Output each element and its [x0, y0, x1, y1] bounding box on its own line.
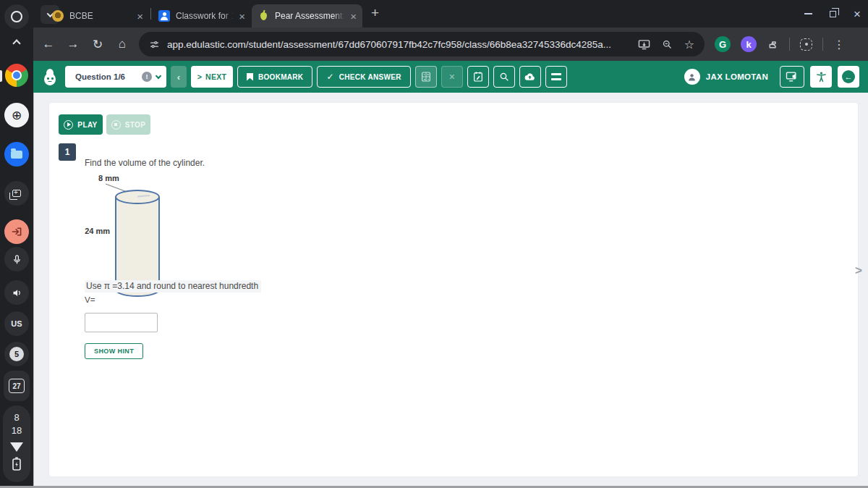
lines-icon — [551, 73, 561, 80]
previous-question-button[interactable]: ‹ — [171, 66, 187, 88]
notification-count-badge: 5 — [9, 347, 24, 361]
pear-assessment-logo — [42, 67, 58, 86]
minimize-button[interactable] — [804, 13, 812, 14]
tab-pear-assessment[interactable]: Pear Assessment: Formative a × — [252, 4, 362, 28]
tab-title: Pear Assessment: Formative a — [275, 11, 346, 21]
folder-icon — [11, 151, 22, 159]
launcher-icon — [11, 11, 22, 22]
next-label: NEXT — [205, 72, 226, 81]
close-tab-icon[interactable]: × — [350, 11, 357, 22]
kami-extension-icon[interactable]: k — [741, 36, 757, 52]
calculator-icon — [420, 71, 432, 83]
accessibility-button[interactable] — [810, 66, 832, 88]
url-text[interactable]: app.edulastic.com/student/assessment/67d… — [167, 39, 626, 50]
screen-capture-app-icon[interactable]: ⊕ — [4, 103, 29, 127]
dictation-button[interactable] — [4, 247, 29, 272]
copy-plus-icon — [12, 190, 21, 197]
instruction-text: Use π =3.14 and round to nearest hundred… — [85, 280, 261, 293]
close-window-button[interactable]: × — [854, 8, 861, 20]
keyboard-layout-button[interactable]: US — [4, 311, 29, 336]
notification-counter[interactable]: 5 — [4, 342, 29, 366]
stop-audio-button[interactable]: STOP — [106, 114, 150, 135]
user-name: JAX LOMOTAN — [706, 72, 768, 81]
battery-icon — [12, 457, 21, 471]
exit-assessment-button[interactable]: ← — [838, 66, 859, 88]
pear-favicon — [258, 10, 269, 22]
chevron-up-icon — [12, 39, 20, 47]
select-to-speak-button[interactable] — [4, 280, 29, 305]
scroll-right-chevron[interactable]: > — [855, 264, 862, 278]
classwork-favicon — [158, 10, 170, 22]
install-app-button[interactable] — [638, 39, 650, 50]
play-audio-button[interactable]: PLAY — [59, 114, 103, 135]
extensions-area: G k ⋮ — [715, 36, 852, 52]
question-prompt: Find the volume of the cylinder. — [85, 158, 205, 168]
line-reader-tool-button[interactable] — [545, 66, 567, 88]
calculator-tool-button[interactable] — [415, 66, 437, 88]
answer-prefix: V= — [85, 295, 95, 304]
calendar-button[interactable]: 27 — [4, 371, 30, 401]
share-app-icon[interactable] — [4, 219, 29, 244]
toolbar-separator — [822, 38, 823, 51]
question-card: PLAY STOP 1 Find the volume of the cylin… — [49, 103, 858, 476]
launcher-button[interactable] — [4, 4, 29, 29]
stop-icon — [111, 120, 121, 130]
extensions-puzzle-icon[interactable] — [767, 38, 779, 51]
screen-reader-icon — [786, 71, 799, 83]
browser-menu-icon[interactable]: ⋮ — [833, 38, 845, 51]
screen-capture-icon[interactable] — [800, 38, 812, 51]
wifi-icon — [10, 442, 23, 452]
grammarly-extension-icon[interactable]: G — [715, 36, 731, 52]
home-button[interactable]: ⌂ — [110, 37, 135, 51]
active-app-indicator — [0, 70, 2, 82]
check-answer-button[interactable]: ✓ CHECK ANSWER — [317, 66, 410, 88]
next-question-button[interactable]: > NEXT — [191, 66, 233, 88]
open-in-icon — [11, 226, 22, 237]
close-tab-icon[interactable]: × — [137, 11, 143, 22]
cloud-upload-icon — [524, 71, 536, 83]
accessibility-icon — [815, 71, 827, 83]
bookmark-icon — [247, 73, 253, 81]
scratchpad-tool-button[interactable] — [467, 66, 489, 88]
browser-window: BCBE × Classwork for 1st Period - Barn ×… — [33, 0, 868, 488]
new-tab-button[interactable]: + — [371, 6, 379, 20]
chrome-app-icon[interactable] — [5, 64, 28, 87]
status-tray[interactable]: 8 18 — [3, 405, 30, 482]
bookmark-page-icon[interactable]: ☆ — [684, 38, 694, 51]
zoom-out-indicator[interactable] — [662, 39, 673, 50]
tab-title: BCBE — [69, 11, 132, 21]
user-avatar[interactable] — [684, 69, 700, 85]
site-settings-icon[interactable] — [149, 39, 160, 50]
immersive-reader-button[interactable] — [780, 66, 804, 88]
chevron-right-icon: > — [197, 72, 202, 81]
tab-bcbe[interactable]: BCBE × — [46, 4, 149, 28]
calendar-icon: 27 — [9, 379, 25, 393]
height-label: 24 mm — [85, 227, 110, 235]
bcbe-favicon — [52, 10, 64, 22]
close-tab-icon[interactable]: × — [239, 11, 245, 22]
upload-tool-button[interactable] — [519, 66, 541, 88]
restore-button[interactable] — [830, 11, 836, 17]
clipboard-app-icon[interactable] — [4, 181, 29, 206]
shelf-expand-button[interactable] — [4, 35, 29, 49]
files-app-icon[interactable] — [4, 142, 29, 167]
refresh-button[interactable]: ↻ — [85, 37, 110, 52]
scratchpad-icon — [472, 71, 484, 83]
speaker-icon — [12, 287, 22, 298]
assessment-page: PLAY STOP 1 Find the volume of the cylin… — [33, 93, 868, 488]
magnify-tool-button[interactable] — [493, 66, 515, 88]
play-icon — [64, 120, 73, 130]
keyboard-layout-label: US — [11, 319, 22, 328]
answer-input[interactable] — [85, 313, 158, 332]
close-tool-button[interactable]: × — [441, 66, 463, 88]
address-bar[interactable]: app.edulastic.com/student/assessment/67d… — [139, 32, 705, 56]
question-selector-dropdown[interactable]: Question 1/6 ! — [65, 66, 166, 88]
bookmark-question-button[interactable]: BOOKMARK — [237, 66, 312, 88]
chevron-down-icon — [156, 72, 161, 78]
tab-title: Classwork for 1st Period - Barn — [176, 11, 234, 21]
tab-classwork[interactable]: Classwork for 1st Period - Barn × — [153, 4, 251, 28]
show-hint-button[interactable]: SHOW HINT — [85, 343, 143, 359]
forward-button[interactable]: → — [61, 37, 85, 51]
play-label: PLAY — [77, 121, 97, 129]
back-button[interactable]: ← — [36, 37, 61, 51]
